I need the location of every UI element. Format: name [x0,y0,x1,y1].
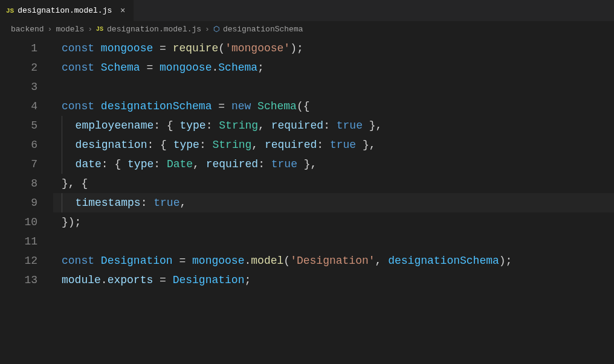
line-number: 2 [0,58,37,77]
chevron-right-icon: › [88,25,92,34]
line-number: 4 [0,97,37,116]
symbol-icon: ⬡ [213,25,219,34]
code-line[interactable]: }, { [53,174,614,193]
breadcrumb-part[interactable]: models [56,25,84,34]
line-number: 1 [0,39,37,58]
code-line[interactable]: const designationSchema = new Schema({ [53,97,614,116]
code-editor[interactable]: 12345678910111213 const mongoose = requi… [0,37,614,290]
line-number: 6 [0,135,37,155]
code-line[interactable]: const Schema = mongoose.Schema; [53,58,614,77]
breadcrumb-part[interactable]: designation.model.js [107,25,201,34]
breadcrumb-part[interactable]: backend [11,25,44,34]
breadcrumb[interactable]: backend › models › JS designation.model.… [0,21,614,37]
code-line[interactable]: designation: { type: String, required: t… [53,135,614,155]
code-line[interactable]: date: { type: Date, required: true }, [53,155,614,174]
code-line[interactable]: }); [53,212,614,232]
code-line[interactable]: employeename: { type: String, required: … [53,116,614,135]
line-number: 7 [0,155,37,174]
code-line[interactable] [53,232,614,251]
js-file-icon: JS [96,26,103,33]
tab-active[interactable]: JS designation.model.js × [0,0,134,21]
line-number: 9 [0,193,37,212]
line-number: 5 [0,116,37,135]
code-line[interactable]: const Designation = mongoose.model('Desi… [53,251,614,270]
js-file-icon: JS [6,7,14,14]
code-line[interactable] [53,77,614,97]
line-number: 8 [0,174,37,193]
chevron-right-icon: › [205,25,210,34]
breadcrumb-part[interactable]: designationSchema [223,25,303,34]
line-number: 11 [0,232,37,251]
close-icon[interactable]: × [118,6,128,16]
line-number: 3 [0,77,37,97]
code-line[interactable]: timestamps: true, [53,193,614,212]
line-number: 10 [0,212,37,232]
tab-label: designation.model.js [18,6,112,15]
line-number: 12 [0,251,37,270]
chevron-right-icon: › [48,25,53,34]
line-number: 13 [0,270,37,290]
code-line[interactable]: module.exports = Designation; [53,270,614,290]
line-number-gutter: 12345678910111213 [0,37,53,290]
code-content[interactable]: const mongoose = require('mongoose');con… [53,37,614,290]
code-line[interactable]: const mongoose = require('mongoose'); [53,39,614,58]
tab-bar: JS designation.model.js × [0,0,614,21]
